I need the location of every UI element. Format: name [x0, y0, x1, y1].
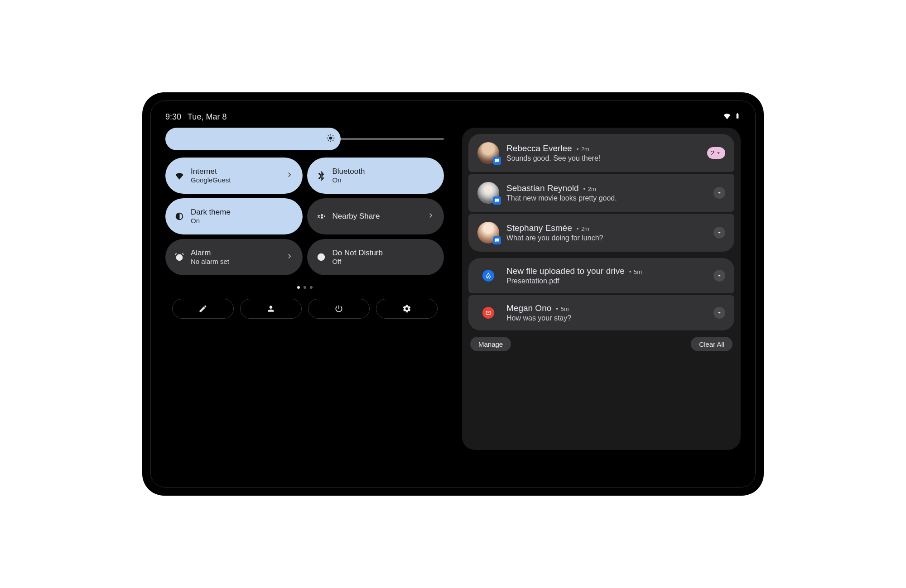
tile-title: Alarm — [191, 249, 279, 258]
notification-message: How was your stay? — [506, 314, 706, 322]
notification[interactable]: New file uploaded to your drive5mPresent… — [468, 258, 734, 293]
gmail-app-icon — [482, 307, 494, 319]
notification-message: What are you doing for lunch? — [506, 234, 706, 242]
notification-title: Rebecca Everlee — [506, 143, 572, 153]
alarm-icon — [174, 252, 184, 262]
notification-message: Sounds good. See you there! — [506, 154, 700, 163]
qs-tile-nearby[interactable]: Nearby Share — [307, 198, 444, 234]
notification-time: 2m — [583, 186, 596, 192]
manage-button[interactable]: Manage — [470, 337, 511, 351]
quick-settings-panel: InternetGoogleGuestBluetoothOnDark theme… — [165, 128, 444, 487]
tile-subtitle: No alarm set — [191, 258, 279, 266]
messages-app-icon — [493, 157, 501, 165]
battery-icon — [734, 111, 741, 123]
power-button[interactable] — [308, 299, 370, 319]
chevron-right-icon — [285, 252, 294, 262]
notification[interactable]: Megan Ono5mHow was your stay? — [468, 295, 734, 330]
notification[interactable]: Rebecca Everlee2mSounds good. See you th… — [468, 134, 734, 172]
notification[interactable]: Sebastian Reynold2mThat new movie looks … — [468, 174, 734, 212]
notification[interactable]: Stephany Esmée2mWhat are you doing for l… — [468, 214, 734, 252]
expand-button[interactable] — [713, 270, 725, 282]
avatar — [477, 182, 499, 204]
notification-title: Sebastian Reynold — [506, 183, 579, 193]
notification-message: That new movie looks pretty good. — [506, 194, 706, 202]
svg-line-7 — [328, 140, 329, 141]
drive-app-icon — [482, 270, 494, 282]
user-button[interactable] — [240, 299, 302, 319]
notification-title: New file uploaded to your drive — [506, 266, 625, 276]
notification-time: 2m — [577, 146, 589, 153]
svg-point-0 — [329, 137, 333, 140]
avatar — [477, 142, 499, 164]
brightness-icon — [326, 134, 335, 144]
messages-app-icon — [493, 196, 501, 205]
wifi-icon — [723, 111, 732, 123]
dark-icon — [174, 211, 184, 221]
status-bar: 9:30 Tue, Mar 8 — [165, 109, 741, 128]
avatar — [477, 222, 499, 244]
messages-app-icon — [493, 236, 501, 244]
notification-title: Stephany Esmée — [506, 223, 572, 233]
tile-subtitle: On — [191, 217, 294, 225]
dnd-icon — [316, 252, 326, 262]
expand-button[interactable] — [713, 187, 725, 199]
notification-time: 5m — [556, 306, 569, 312]
wifi-icon — [174, 171, 184, 181]
qs-tile-wifi[interactable]: InternetGoogleGuest — [165, 158, 303, 194]
expand-button[interactable] — [713, 307, 725, 319]
qs-tile-dnd[interactable]: Do Not DisturbOff — [307, 239, 444, 275]
notification-message: Presentation.pdf — [506, 277, 706, 285]
qs-tile-dark[interactable]: Dark themeOn — [165, 198, 303, 234]
tile-title: Dark theme — [191, 208, 294, 217]
tile-title: Internet — [191, 167, 279, 176]
nearby-icon — [316, 211, 326, 221]
notification-time: 5m — [629, 268, 642, 275]
svg-line-6 — [333, 140, 334, 141]
settings-button[interactable] — [376, 299, 438, 319]
clear-all-button[interactable]: Clear All — [691, 337, 733, 351]
date: Tue, Mar 8 — [188, 112, 226, 122]
svg-line-5 — [328, 135, 329, 136]
tile-title: Nearby Share — [333, 212, 421, 221]
edit-button[interactable] — [172, 299, 234, 319]
svg-line-8 — [333, 135, 334, 136]
tile-subtitle: GoogleGuest — [191, 176, 279, 184]
tile-title: Do Not Disturb — [333, 249, 435, 258]
notification-time: 2m — [577, 225, 589, 232]
tile-subtitle: Off — [333, 258, 435, 266]
bluetooth-icon — [316, 171, 326, 181]
tile-title: Bluetooth — [333, 167, 435, 176]
expand-button[interactable] — [713, 227, 725, 239]
notification-count-pill[interactable]: 2 — [707, 147, 725, 159]
brightness-slider[interactable] — [165, 128, 444, 150]
notification-title: Megan Ono — [506, 303, 551, 313]
chevron-right-icon — [427, 211, 435, 221]
page-indicator — [165, 286, 444, 289]
tile-subtitle: On — [333, 176, 435, 184]
notification-panel: Rebecca Everlee2mSounds good. See you th… — [462, 128, 741, 450]
qs-tile-alarm[interactable]: AlarmNo alarm set — [165, 239, 303, 275]
clock: 9:30 — [165, 112, 181, 122]
chevron-right-icon — [285, 171, 294, 181]
qs-tile-bluetooth[interactable]: BluetoothOn — [307, 158, 444, 194]
